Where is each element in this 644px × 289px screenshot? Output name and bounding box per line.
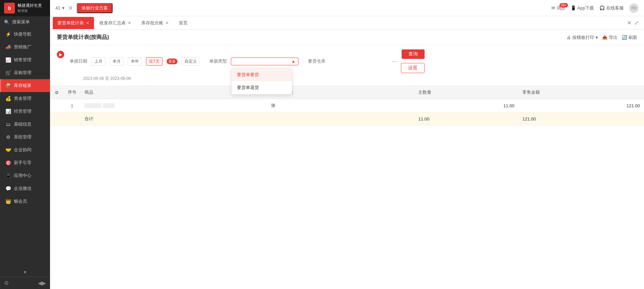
type-label: 单据类型 [209,58,227,64]
template-print-button[interactable]: 🖨 按模板打印 ▾ [567,35,598,41]
type-select-arrow-up: ▲ [291,59,295,64]
tab-expand[interactable]: ⤢ [634,20,639,26]
sidebar-item-label: 资金管理 [14,95,31,102]
header-gear-icon[interactable]: ⚙ [69,5,73,10]
footer-quantity: 11.00 [414,112,518,126]
th-amount: 零售金额 [518,86,644,99]
sidebar-item-quick-nav[interactable]: ⚡快捷导航 [0,28,50,41]
sidebar-item-system[interactable]: ⚙系统管理 [0,131,50,143]
query-button[interactable]: 查询 [402,49,425,59]
system-icon: ⚙ [5,134,11,140]
tab-close-order-stats[interactable]: ✕ [86,21,89,25]
table-row: 1 块 11.00 121.00 [50,99,644,112]
sidebar-item-marketing[interactable]: 📣营销推广 [0,41,50,53]
filter-toggle-button[interactable]: ▶ [57,51,64,58]
tab-bar: 要货单统计表✕收发存汇总表✕库存批次账✕首页 ✕ ⤢ [50,16,644,30]
row-product [80,99,267,112]
app-download-button[interactable]: 📱 App下载 [571,5,594,11]
settings-icon[interactable]: ⚙ [4,280,9,286]
sidebar-item-label: 采购管理 [14,70,31,76]
filter-group: 单据日期 上月 本月 本年 近7天 更多 自定义 单据类型 ▲ 要货单要货要货单… [70,49,425,82]
data-table: ⚙ 序号 商品 主计量单位 主数量 零售金额 1 块 11.00 [50,86,644,126]
sidebar-search[interactable]: 🔍 搜索菜单 [0,16,50,28]
date-more-badge[interactable]: 更多 [167,59,177,64]
th-num: 序号 [64,86,80,99]
warehouse-input[interactable] [330,59,386,64]
tab-close-batch-account[interactable]: ✕ [165,21,169,25]
dropdown-item-order-return[interactable]: 要货单退货 [232,81,292,94]
print-icon: 🖨 [567,35,571,40]
sidebar-item-guide[interactable]: 🎯新手引导 [0,156,50,169]
collapse-icon[interactable]: ◀▶ [38,280,46,286]
settings-button[interactable]: 设置 [401,63,425,73]
promo-button[interactable]: 体验行业方案 [77,3,113,13]
tab-order-stats[interactable]: 要货单统计表✕ [53,17,94,29]
page-header: 要货单统计表(按商品) 🖨 按模板打印 ▾ 📤 导出 🔄 刷新 [50,30,644,45]
message-button[interactable]: ✉ 消息 99+ [551,5,565,11]
template-print-label: 按模板打印 [572,35,594,41]
main-area: 41 ▾ ⚙ 体验行业方案 ✉ 消息 99+ 📱 App下载 🎧 在线客服 Ri… [50,0,644,289]
sidebar-search-label: 搜索菜单 [12,19,30,25]
tab-close-receive-summary[interactable]: ✕ [128,21,131,25]
tab-receive-summary[interactable]: 收发存汇总表✕ [95,17,136,29]
online-service-button[interactable]: 🎧 在线客服 [599,5,624,11]
tab-label: 库存批次账 [141,20,163,26]
finance-icon: 💰 [5,96,11,101]
sidebar-item-enterprise[interactable]: 🤝企业协同 [0,143,50,156]
sidebar-item-operations[interactable]: 📊经营管理 [0,105,50,118]
sidebar-item-label: 营销推广 [14,44,31,50]
table-container: ⚙ 序号 商品 主计量单位 主数量 零售金额 1 块 11.00 [50,86,644,126]
sidebar-item-label: 应用中心 [14,173,31,179]
sidebar-item-basic[interactable]: 🗂基础信息 [0,118,50,131]
refresh-button[interactable]: 🔄 刷新 [622,35,637,41]
search-icon: 🔍 [4,20,9,25]
refresh-label: 刷新 [628,35,637,41]
row-amount: 121.00 [518,99,644,112]
sidebar-item-purchase[interactable]: 🛒采购管理 [0,66,50,79]
sidebar-item-member[interactable]: 👑畅会员 [0,195,50,208]
date-custom-button[interactable]: 自定义 [182,57,200,66]
sidebar-scroll-down[interactable]: ▼ [0,268,50,277]
sidebar-item-label: 畅会员 [14,198,27,204]
top-header: 41 ▾ ⚙ 体验行业方案 ✉ 消息 99+ 📱 App下载 🎧 在线客服 Ri… [50,0,644,16]
filter-actions: 查询 设置 [401,49,425,73]
tenant-selector[interactable]: 41 ▾ [55,5,65,10]
tab-home[interactable]: 首页 [174,17,192,29]
date-btn-this-month[interactable]: 本月 [110,57,124,66]
export-button[interactable]: 📤 导出 [602,35,618,41]
footer-amount: 121.00 [518,112,644,126]
type-select[interactable]: ▲ 要货单要货要货单退货 [231,58,299,65]
sidebar-item-label: 系统管理 [14,134,31,140]
sidebar-item-label: 企业微信 [14,185,31,192]
refresh-icon: 🔄 [622,35,627,40]
sidebar-item-wechat[interactable]: 💬企业微信 [0,182,50,195]
date-btn-this-year[interactable]: 本年 [128,57,142,66]
sidebar-item-inventory[interactable]: 📦库存核算 [0,79,50,92]
date-btn-last-month[interactable]: 上月 [91,57,105,66]
page-inner: 要货单统计表(按商品) 🖨 按模板打印 ▾ 📤 导出 🔄 刷新 [50,30,644,289]
date-btn-7days[interactable]: 近7天 [146,57,163,66]
tab-batch-account[interactable]: 库存批次账✕ [137,17,173,29]
sidebar-item-sales[interactable]: 📈销售管理 [0,53,50,66]
row-quantity: 11.00 [414,99,518,112]
sidebar-item-label: 企业协同 [14,147,31,153]
date-range-text: 2023-05-06 至 2023-06-06 [83,76,131,82]
sales-icon: 📈 [5,57,11,63]
filter-row-1: 单据日期 上月 本月 本年 近7天 更多 自定义 单据类型 ▲ 要货单要货要货单… [70,49,425,73]
sidebar: b 畅捷通好生意 标准版 🔍 搜索菜单 ⚡快捷导航📣营销推广📈销售管理🛒采购管理… [0,0,50,289]
user-avatar[interactable]: Rit [629,3,639,13]
sidebar-item-label: 销售管理 [14,57,31,63]
sidebar-item-app-center[interactable]: 📱应用中心 [0,169,50,182]
enterprise-icon: 🤝 [5,147,11,153]
page-content: 要货单统计表(按商品) 🖨 按模板打印 ▾ 📤 导出 🔄 刷新 [50,30,644,289]
tab-close-all[interactable]: ✕ [627,20,631,26]
app-logo-icon: b [4,3,15,14]
dropdown-item-order-goods[interactable]: 要货单要货 [232,68,292,81]
sidebar-item-finance[interactable]: 💰资金管理 [0,92,50,105]
th-settings[interactable]: ⚙ [50,86,64,99]
page-header-actions: 🖨 按模板打印 ▾ 📤 导出 🔄 刷新 [567,35,637,41]
table-footer-row: 合计 11.00 121.00 [50,112,644,126]
sidebar-nav: ⚡快捷导航📣营销推广📈销售管理🛒采购管理📦库存核算💰资金管理📊经营管理🗂基础信息… [0,28,50,268]
purchase-icon: 🛒 [5,70,11,75]
more-filters-icon[interactable]: ··· [392,58,397,65]
